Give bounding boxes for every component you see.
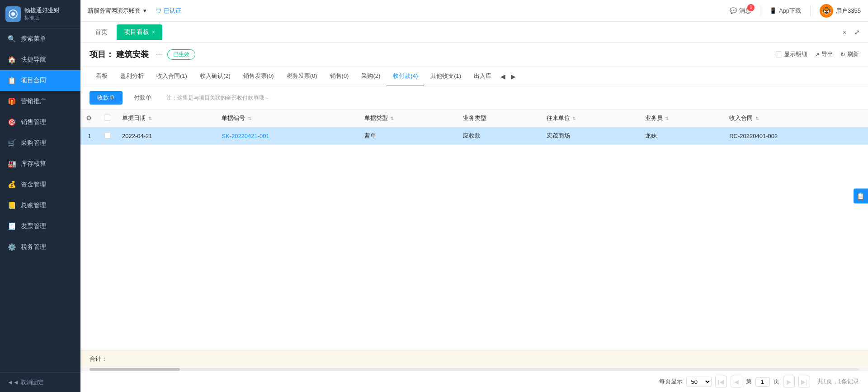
tabbar: 首页 项目看板 × × ⤢ xyxy=(80,22,868,43)
nav-tab-purchase[interactable]: 采购(2) xyxy=(355,67,387,86)
settings-icon[interactable]: ⚙ xyxy=(86,114,92,122)
project-prefix: 项目： xyxy=(90,50,114,59)
prev-page-button[interactable]: ◀ xyxy=(731,376,742,387)
sort-icon: ⇅ xyxy=(390,116,394,121)
sidebar-item-inventory[interactable]: 🏭 库存核算 xyxy=(0,153,80,174)
float-action-button[interactable]: 📋 xyxy=(854,189,868,204)
nav-tab-label: 销售(0) xyxy=(330,72,349,79)
cell-number[interactable]: SK-20220421-001 xyxy=(216,127,359,145)
nav-tab-inout[interactable]: 出入库 xyxy=(467,67,498,86)
sidebar-item-label: 资金管理 xyxy=(21,181,46,189)
app-name: 畅捷通好业财 xyxy=(24,7,60,14)
first-page-button[interactable]: |◀ xyxy=(715,376,727,387)
project-more-button[interactable]: ··· xyxy=(156,50,162,58)
home-icon: 🏠 xyxy=(7,55,16,64)
messages-button[interactable]: 💬 消息 1 xyxy=(730,7,751,15)
table-row[interactable]: 1 2022-04-21 SK-20220421-001 蓝单 应收款 宏茂商场… xyxy=(80,127,868,145)
header-checkbox[interactable] xyxy=(104,115,110,121)
sidebar-item-label: 库存核算 xyxy=(21,160,46,168)
document-number-link[interactable]: SK-20220421-001 xyxy=(222,133,269,139)
detail-checkbox[interactable] xyxy=(776,51,782,57)
app-download-button[interactable]: 📱 App下载 xyxy=(769,7,801,15)
messages-badge: 1 xyxy=(747,4,755,11)
message-icon: 💬 xyxy=(730,7,737,14)
app-download-label: App下载 xyxy=(779,7,801,15)
sidebar-item-contract[interactable]: 📋 项目合同 xyxy=(0,70,80,91)
sidebar-item-invoice[interactable]: 🧾 发票管理 xyxy=(0,216,80,237)
certified-badge: 🛡 已认证 xyxy=(156,7,181,15)
show-detail-toggle[interactable]: 显示明细 xyxy=(776,50,807,58)
th-number[interactable]: 单据编号 ⇅ xyxy=(216,110,359,127)
nav-tab-label: 税务发票(0) xyxy=(287,72,317,79)
th-date[interactable]: 单据日期 ⇅ xyxy=(117,110,216,127)
sidebar-item-ledger[interactable]: 📒 总账管理 xyxy=(0,195,80,216)
nav-tab-income-contract[interactable]: 收入合同(1) xyxy=(150,67,193,86)
sidebar-item-quicknav[interactable]: 🏠 快捷导航 xyxy=(0,49,80,70)
sidebar-item-tax[interactable]: ⚙️ 税务管理 xyxy=(0,237,80,258)
sidebar-item-sales[interactable]: 🎯 销售管理 xyxy=(0,112,80,133)
sub-tab-receipt[interactable]: 收款单 xyxy=(90,91,123,105)
row-checkbox[interactable] xyxy=(104,132,111,139)
next-page-button[interactable]: ▶ xyxy=(783,376,795,387)
nav-tab-profit[interactable]: 盈利分析 xyxy=(114,67,150,86)
nav-tab-label: 收入确认(2) xyxy=(200,72,231,79)
th-date-label: 单据日期 xyxy=(122,115,146,121)
refresh-button[interactable]: ↻ 刷新 xyxy=(840,50,859,58)
nav-tab-income-confirm[interactable]: 收入确认(2) xyxy=(193,67,237,86)
row-checkbox-cell[interactable] xyxy=(99,127,117,145)
user-menu[interactable]: 🐯 用户3355 xyxy=(820,4,861,18)
sub-tab-payment[interactable]: 付款单 xyxy=(126,91,159,105)
sidebar-header: 畅捷通好业财 标准版 xyxy=(0,0,80,29)
avatar: 🐯 xyxy=(820,4,833,18)
export-button[interactable]: ↗ 导出 xyxy=(815,50,833,58)
tab-close-icon[interactable]: × xyxy=(152,29,155,35)
window-maximize-button[interactable]: ⤢ xyxy=(854,29,861,36)
nav-tab-label: 销售发票(0) xyxy=(243,72,274,79)
sidebar-item-label: 总账管理 xyxy=(21,201,46,210)
sidebar-item-search[interactable]: 🔍 搜索菜单 xyxy=(0,29,80,49)
main-area: 新服务官网演示账套 ▾ 🛡 已认证 💬 消息 1 📱 App下载 🐯 用户335… xyxy=(80,0,868,392)
nav-next-arrow[interactable]: ▶ xyxy=(508,69,519,84)
project-title: 项目： 建筑安装 xyxy=(90,49,149,60)
horizontal-scrollbar[interactable] xyxy=(80,368,868,371)
app-logo xyxy=(5,6,21,22)
certified-label: 已认证 xyxy=(164,7,181,15)
nav-tab-receipt[interactable]: 收付款(4) xyxy=(387,67,424,86)
page-number-input[interactable] xyxy=(755,377,770,387)
sort-icon: ⇅ xyxy=(572,116,576,121)
sub-tabs: 收款单 付款单 注：这里是与项目关联的全部收付款单哦～ xyxy=(80,86,868,110)
sub-tab-note: 注：这里是与项目关联的全部收付款单哦～ xyxy=(166,94,269,102)
nav-tab-board[interactable]: 看板 xyxy=(90,67,114,86)
scrollbar-thumb[interactable] xyxy=(90,368,180,371)
sidebar-unpin-button[interactable]: ◄◄ 取消固定 xyxy=(0,373,80,392)
cell-type: 蓝单 xyxy=(359,127,458,145)
th-income-contract[interactable]: 收入合同 ⇅ xyxy=(724,110,868,127)
sidebar-item-funds[interactable]: 💰 资金管理 xyxy=(0,174,80,195)
window-close-button[interactable]: × xyxy=(841,29,848,36)
nav-prev-arrow[interactable]: ◀ xyxy=(498,69,508,84)
account-selector[interactable]: 新服务官网演示账套 ▾ xyxy=(88,7,146,15)
nav-tab-tax-invoice[interactable]: 税务发票(0) xyxy=(280,67,324,86)
nav-tab-sales[interactable]: 销售(0) xyxy=(324,67,355,86)
th-salesperson[interactable]: 业务员 ⇅ xyxy=(640,110,724,127)
shield-icon: 🛡 xyxy=(156,7,162,14)
th-type[interactable]: 单据类型 ⇅ xyxy=(359,110,458,127)
tab-project-board[interactable]: 项目看板 × xyxy=(117,24,162,40)
unpin-label: ◄◄ 取消固定 xyxy=(7,378,44,387)
nav-tab-sales-invoice[interactable]: 销售发票(0) xyxy=(237,67,280,86)
table-container: ⚙ 单据日期 ⇅ 单据编号 ⇅ xyxy=(80,110,868,350)
last-page-button[interactable]: ▶| xyxy=(798,376,810,387)
sidebar-item-marketing[interactable]: 🎁 营销推广 xyxy=(0,91,80,112)
content-area: 项目： 建筑安装 ··· 已生效 显示明细 ↗ 导出 ↻ 刷新 xyxy=(80,43,868,392)
sidebar-item-label: 营销推广 xyxy=(21,97,46,105)
purchase-icon: 🛒 xyxy=(7,139,16,148)
nav-tab-other-income[interactable]: 其他收支(1) xyxy=(424,67,467,86)
th-partner[interactable]: 往来单位 ⇅ xyxy=(541,110,640,127)
tab-home[interactable]: 首页 xyxy=(88,24,115,40)
sidebar-item-purchase[interactable]: 🛒 采购管理 xyxy=(0,133,80,153)
sidebar-item-label: 销售管理 xyxy=(21,118,46,126)
page-size-select[interactable]: 50 20 100 xyxy=(686,377,712,387)
ledger-icon: 📒 xyxy=(7,201,16,210)
contract-icon: 📋 xyxy=(7,76,16,85)
th-settings[interactable]: ⚙ xyxy=(80,110,99,127)
